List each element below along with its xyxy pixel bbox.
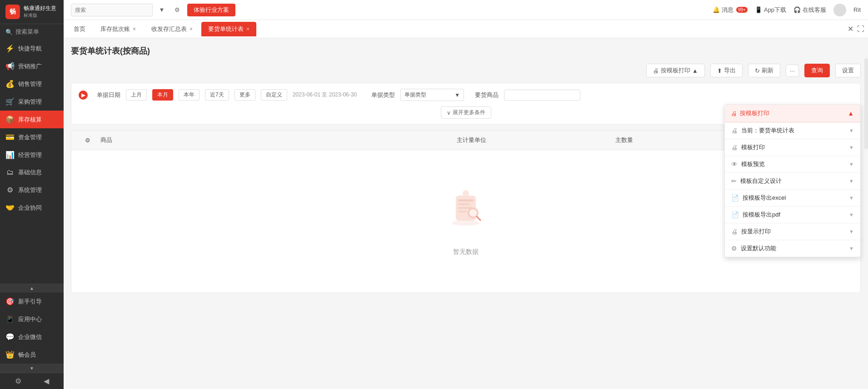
- current-template-arrow: ▼: [849, 128, 854, 133]
- username-text[interactable]: Rit: [853, 6, 861, 13]
- sidebar-item-enterprise[interactable]: 🤝 企业协同: [0, 199, 64, 217]
- sidebar-item-label: 系统管理: [18, 186, 42, 194]
- close-all-tabs-btn[interactable]: ✕: [848, 25, 853, 33]
- sidebar-item-wechat[interactable]: 💬 企业微信: [0, 328, 64, 346]
- tab-order-stats[interactable]: 要货单统计表 ×: [201, 22, 256, 36]
- bell-icon: 🔔: [713, 6, 720, 13]
- date-btn-last-month[interactable]: 上月: [126, 89, 147, 101]
- expand-more-btn[interactable]: ∨ 展开更多条件: [441, 106, 491, 119]
- dropdown-template-preview-section: 👁 模板预览 ▼: [725, 156, 860, 173]
- collapse-icon[interactable]: ◀: [44, 377, 49, 385]
- export-excel-arrow: ▼: [849, 195, 854, 201]
- template-design-row[interactable]: ✏ 模板自定义设计 ▼: [725, 173, 860, 189]
- default-func-row[interactable]: ⚙ 设置默认功能 ▼: [725, 240, 860, 257]
- topbar-settings-btn[interactable]: ⚙: [171, 4, 184, 16]
- sidebar-item-guide[interactable]: 🎯 新手引导: [0, 293, 64, 310]
- scrollbar[interactable]: [864, 58, 868, 149]
- refresh-btn-label: 刷新: [762, 66, 773, 75]
- template-print-row[interactable]: 🖨 模板打印 ▼: [725, 139, 860, 156]
- date-btn-this-year[interactable]: 本年: [179, 89, 200, 101]
- expand-more-label: 展开更多条件: [453, 109, 485, 116]
- expand-tab-btn[interactable]: ⛶: [857, 25, 864, 33]
- settings-col-icon: ⚙: [85, 137, 90, 144]
- sidebar-item-inventory[interactable]: 📦 库存核算: [0, 111, 64, 128]
- sidebar-scroll-up[interactable]: ▲: [0, 283, 64, 293]
- headset-icon: 🎧: [793, 6, 801, 13]
- page-container: 要货单统计表(按商品) 🖨 按模板打印 ▲ ⬆ 导出 ↻ 刷新 ··· 查询 设…: [64, 38, 868, 389]
- sidebar-item-quick-nav[interactable]: ⚡ 快捷导航: [0, 40, 64, 57]
- settings-btn[interactable]: 设置: [835, 64, 861, 77]
- search-label: 搜索菜单: [15, 28, 39, 36]
- template-print-title: 🖨 模板打印: [731, 143, 765, 152]
- svg-point-7: [469, 209, 477, 217]
- svg-point-9: [463, 190, 469, 197]
- order-goods-input[interactable]: [504, 90, 580, 101]
- tab-collection-summary[interactable]: 收发存汇总表 ×: [145, 22, 200, 36]
- tab-home[interactable]: 首页: [67, 22, 92, 36]
- tab-label: 收发存汇总表: [151, 25, 187, 33]
- filter-expand-btn[interactable]: ▶: [79, 91, 88, 100]
- sidebar-item-sales[interactable]: 💰 销售管理: [0, 75, 64, 93]
- dots-btn[interactable]: ···: [786, 65, 799, 77]
- sidebar-item-finance[interactable]: 💳 资金管理: [0, 128, 64, 146]
- current-template-row[interactable]: 🖨 当前：要货单统计表 ▼: [725, 122, 860, 139]
- settings-bottom-icon[interactable]: ⚙: [15, 377, 21, 385]
- date-btn-7days[interactable]: 近7天: [205, 89, 229, 101]
- online-service-btn[interactable]: 🎧 在线客服: [793, 6, 826, 14]
- sidebar-item-system[interactable]: ⚙ 系统管理: [0, 181, 64, 199]
- avatar[interactable]: [833, 4, 846, 16]
- order-type-select[interactable]: 单据类型 ▼: [400, 89, 464, 101]
- template-preview-row[interactable]: 👁 模板预览 ▼: [725, 156, 860, 172]
- template-design-icon: ✏: [731, 177, 737, 185]
- date-btn-more[interactable]: 更多: [234, 89, 255, 101]
- dropdown-title: 🖨 按模板打印: [731, 109, 769, 117]
- display-print-row[interactable]: 🖨 按显示打印 ▼: [725, 223, 860, 240]
- trial-btn[interactable]: 体验行业方案: [187, 4, 235, 16]
- tab-inventory-batch[interactable]: 库存批次账 ×: [94, 22, 143, 36]
- date-btn-this-month[interactable]: 本月: [152, 89, 173, 101]
- date-btn-custom[interactable]: 自定义: [261, 89, 287, 101]
- topbar-dropdown-btn[interactable]: ▼: [156, 5, 167, 15]
- sidebar-item-operations[interactable]: 📊 经营管理: [0, 146, 64, 164]
- tab-close-inventory-batch[interactable]: ×: [133, 26, 136, 32]
- date-range-text: 2023-06-01 至 2023-06-30: [293, 91, 357, 99]
- sidebar-item-label: 资金管理: [18, 133, 42, 141]
- print-btn-arrow: ▲: [692, 67, 698, 74]
- sidebar-search[interactable]: 🔍 搜索菜单: [0, 24, 64, 40]
- sidebar-item-purchase[interactable]: 🛒 采购管理: [0, 93, 64, 111]
- notifications-btn[interactable]: 🔔 消息 99+: [713, 6, 748, 14]
- dropdown-header-actions: ▲: [848, 110, 854, 117]
- tab-close-collection-summary[interactable]: ×: [190, 26, 193, 32]
- app-download-btn[interactable]: 📱 App下载: [755, 6, 786, 14]
- export-pdf-row[interactable]: 📄 按模板导出pdf ▼: [725, 207, 860, 223]
- refresh-icon: ↻: [755, 67, 760, 74]
- dropdown-up-arrow[interactable]: ▲: [848, 110, 854, 117]
- export-btn[interactable]: ⬆ 导出: [710, 64, 743, 77]
- query-btn[interactable]: 查询: [804, 64, 830, 77]
- topbar-search-input[interactable]: [71, 4, 153, 16]
- sidebar-item-member[interactable]: 👑 畅会员: [0, 346, 64, 364]
- refresh-btn[interactable]: ↻ 刷新: [748, 64, 780, 77]
- sidebar-scroll-down[interactable]: ▼: [0, 364, 64, 373]
- print-btn-label: 按模板打印: [661, 66, 690, 75]
- svg-rect-2: [458, 199, 474, 202]
- th-settings[interactable]: ⚙: [79, 135, 97, 146]
- action-bar: 🖨 按模板打印 ▲ ⬆ 导出 ↻ 刷新 ··· 查询 设置: [71, 64, 861, 77]
- printer-dropdown-icon: 🖨: [731, 110, 737, 117]
- purchase-icon: 🛒: [5, 97, 15, 106]
- sidebar-item-marketing[interactable]: 📢 营销推广: [0, 57, 64, 75]
- display-print-icon: 🖨: [731, 228, 738, 235]
- template-print-arrow: ▼: [849, 145, 854, 150]
- sidebar-item-basic[interactable]: 🗂 基础信息: [0, 164, 64, 181]
- export-excel-row[interactable]: 📄 按模板导出excel ▼: [725, 190, 860, 206]
- online-service-label: 在线客服: [803, 6, 826, 14]
- order-type-label: 单据类型: [371, 91, 395, 99]
- sidebar-item-apps[interactable]: 📱 应用中心: [0, 310, 64, 328]
- template-preview-icon: 👁: [731, 161, 738, 168]
- default-func-label: 设置默认功能: [741, 244, 776, 253]
- tabs-bar: 首页 库存批次账 × 收发存汇总表 × 要货单统计表 × ✕ ⛶: [64, 20, 868, 38]
- template-design-title: ✏ 模板自定义设计: [731, 177, 782, 185]
- tab-close-order-stats[interactable]: ×: [246, 26, 249, 32]
- order-type-placeholder: 单据类型: [404, 91, 426, 99]
- print-btn[interactable]: 🖨 按模板打印 ▲: [646, 64, 705, 77]
